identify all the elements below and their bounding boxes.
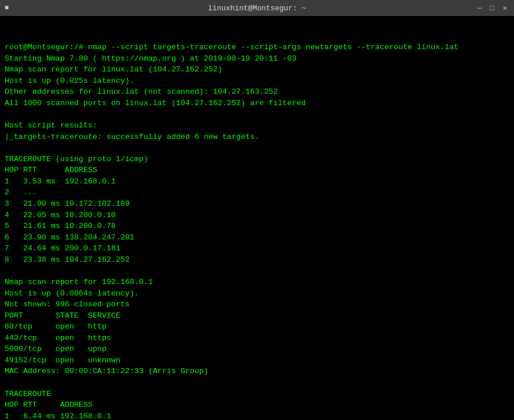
terminal-line: |_targets-traceroute: successfully added… (5, 131, 509, 143)
maximize-button[interactable]: □ (488, 4, 497, 13)
terminal-line: 8 23.38 ms 104.27.162.252 (5, 254, 509, 266)
terminal-line: TRACEROUTE (5, 389, 509, 400)
terminal-line: Host is up (0.0064s latency). (5, 288, 509, 299)
window-icon: ■ (5, 4, 9, 12)
terminal-line (5, 377, 509, 389)
terminal-line: Host script results: (5, 120, 509, 131)
terminal-line (5, 109, 509, 121)
terminal-line: 5000/tcp open upnp (5, 343, 509, 355)
terminal-line: 4 22.05 ms 10.200.0.10 (5, 210, 509, 221)
terminal-line: All 1000 scanned ports on linux.lat (104… (5, 98, 509, 109)
terminal-line (5, 265, 509, 277)
terminal-line: MAC Address: 00:00:CA:11:22:33 (Arris Gr… (5, 366, 509, 377)
terminal-line: 49152/tcp open unknown (5, 355, 509, 366)
terminal-window: ■ linuxhint@Montsegur: ~ ─ □ ✕ root@Mont… (0, 0, 514, 420)
terminal-line (5, 142, 509, 154)
terminal-line: Other addresses for linux.lat (not scann… (5, 86, 509, 98)
terminal-line: 1 6.44 ms 192.168.0.1 (5, 411, 509, 420)
terminal-line: TRACEROUTE (using proto 1/icmp) (5, 154, 509, 165)
terminal-line: 3 21.90 ms 10.172.102.109 (5, 198, 509, 210)
terminal-line: Nmap scan report for 192.168.0.1 (5, 277, 509, 288)
terminal-line: Not shown: 996 closed ports (5, 299, 509, 310)
terminal-line: 2 ... (5, 187, 509, 198)
terminal-line: HOP RTT ADDRESS (5, 399, 509, 411)
window-title: linuxhint@Montsegur: ~ (208, 4, 306, 13)
title-bar: ■ linuxhint@Montsegur: ~ ─ □ ✕ (0, 0, 514, 16)
terminal-line: 443/tcp open https (5, 333, 509, 344)
window-controls: ─ □ ✕ (475, 3, 509, 13)
terminal-output[interactable]: root@Montsegur:/# nmap --script targets-… (0, 16, 514, 420)
minimize-button[interactable]: ─ (475, 4, 484, 13)
terminal-line: root@Montsegur:/# nmap --script targets-… (5, 42, 509, 53)
terminal-line: PORT STATE SERVICE (5, 310, 509, 322)
close-button[interactable]: ✕ (500, 3, 509, 13)
terminal-line: 5 21.61 ms 10.200.0.78 (5, 221, 509, 232)
terminal-line: 6 23.90 ms 138.204.247.201 (5, 232, 509, 243)
terminal-line: 80/tcp open http (5, 321, 509, 333)
terminal-line: Nmap scan report for linux.lat (104.27.1… (5, 64, 509, 75)
terminal-line: 7 24.64 ms 200.0.17.181 (5, 243, 509, 254)
terminal-line: Host is up (0.025s latency). (5, 75, 509, 87)
terminal-line: 1 3.53 ms 192.168.0.1 (5, 176, 509, 187)
title-bar-left: ■ (5, 4, 9, 12)
terminal-line: HOP RTT ADDRESS (5, 165, 509, 176)
terminal-line: Starting Nmap 7.80 ( https://nmap.org ) … (5, 53, 509, 65)
